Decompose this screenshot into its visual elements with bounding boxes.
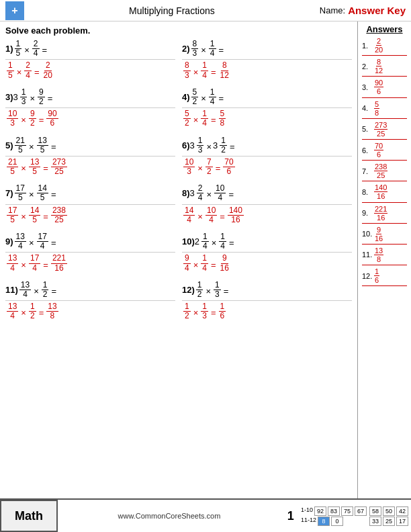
frac-1-5: 15: [15, 40, 22, 58]
name-section: Name: Answer Key: [320, 5, 406, 16]
answer-item-12: 12. 1 6: [362, 267, 407, 286]
answer-item-1: 1. 2 20: [362, 37, 407, 56]
problem-8-question: 8) 3 24 × 104 =: [182, 184, 352, 202]
math-label-box: Math: [0, 500, 58, 532]
problems-grid: 1) 15 × 24 = 15 × 24 = 220 2) 83: [5, 40, 352, 328]
problem-10: 10) 2 14 × 14 = 94 × 14 = 916: [182, 232, 352, 273]
problem-7-solution: 175 × 145 = 23825: [5, 204, 175, 224]
answer-key-label: Answer Key: [348, 5, 406, 16]
problem-8: 8) 3 24 × 104 = 144 × 104 = 14016: [182, 184, 352, 224]
answer-item-10: 10. 9 16: [362, 226, 407, 245]
footer-extra-stats: 58 50 42 33 25 17: [369, 500, 411, 532]
problem-1: 1) 15 × 24 = 15 × 24 = 220: [5, 40, 175, 80]
footer-page-number: 1: [281, 500, 301, 532]
problem-12: 12) 12 × 13 = 12 × 13 = 16: [182, 281, 352, 321]
page-title: Multiplying Fractions: [24, 5, 320, 16]
logo-icon: +: [5, 1, 24, 20]
problem-12-solution: 12 × 13 = 16: [182, 300, 352, 320]
answers-title: Answers: [362, 24, 407, 34]
footer-url: www.CommonCoreSheets.com: [58, 500, 281, 532]
problem-1-solution: 15 × 24 = 220: [5, 59, 175, 79]
problem-3: 3) 3 13 × 92 = 103 × 92 = 906: [5, 88, 175, 128]
problem-12-question: 12) 12 × 13 =: [182, 281, 352, 299]
problem-6-question: 6) 3 13 × 3 12 =: [182, 136, 352, 154]
problem-9-solution: 134 × 174 = 22116: [5, 252, 175, 272]
problem-11-question: 11) 134 × 12 =: [5, 281, 175, 299]
footer-stats: 1-10 92 83 75 67 11-12 8 0: [301, 500, 369, 532]
answer-item-9: 9. 221 16: [362, 205, 407, 224]
answer-item-3: 3. 90 6: [362, 79, 407, 97]
problem-9: 9) 134 × 174 = 134 × 174 = 22116: [5, 232, 175, 273]
problem-4-solution: 52 × 14 = 58: [182, 107, 352, 128]
frac-2-4: 24: [32, 40, 40, 58]
main-content: Solve each problem. 1) 15 × 24 = 15 × 24…: [0, 21, 411, 498]
problem-3-question: 3) 3 13 × 92 =: [5, 88, 175, 106]
problem-3-solution: 103 × 92 = 906: [5, 107, 175, 128]
problem-10-question: 10) 2 14 × 14 =: [182, 232, 352, 251]
problem-6-solution: 103 × 72 = 706: [182, 156, 352, 176]
problem-5: 5) 215 × 135 = 215 × 135 = 27325: [5, 136, 175, 177]
problem-4-question: 4) 52 × 14 =: [182, 88, 352, 106]
math-label: Math: [15, 509, 43, 523]
answer-item-4: 4. 5 8: [362, 100, 407, 119]
answers-list: 1. 2 20 2. 8 12 3. 90 6 4. 5 8 5. 273 25…: [362, 37, 407, 286]
answer-item-5: 5. 273 25: [362, 121, 407, 140]
answer-item-11: 11. 13 8: [362, 247, 407, 265]
stats-row-1: 1-10 92 83 75 67: [301, 506, 367, 516]
problem-2-solution: 83 × 14 = 812: [182, 59, 352, 79]
problem-5-solution: 215 × 135 = 27325: [5, 156, 175, 176]
problem-7: 7) 175 × 145 = 175 × 145 = 23825: [5, 184, 175, 224]
problem-5-question: 5) 215 × 135 =: [5, 136, 175, 154]
answer-item-8: 8. 140 16: [362, 183, 407, 202]
problem-11-solution: 134 × 12 = 138: [5, 300, 175, 320]
problem-11: 11) 134 × 12 = 134 × 12 = 138: [5, 281, 175, 321]
page-footer: Math www.CommonCoreSheets.com 1 1-10 92 …: [0, 498, 411, 532]
answer-item-7: 7. 238 25: [362, 163, 407, 181]
problem-7-question: 7) 175 × 145 =: [5, 184, 175, 202]
stats-row-2: 11-12 8 0: [301, 517, 367, 526]
answer-item-2: 2. 8 12: [362, 58, 407, 77]
problem-2-question: 2) 83 × 14 =: [182, 40, 352, 58]
answer-column: Answers 1. 2 20 2. 8 12 3. 90 6 4. 5 8 5…: [357, 21, 411, 498]
problem-2: 2) 83 × 14 = 83 × 14 = 812: [182, 40, 352, 80]
problems-area: Solve each problem. 1) 15 × 24 = 15 × 24…: [0, 21, 357, 498]
answer-item-6: 6. 70 6: [362, 142, 407, 161]
problem-10-solution: 94 × 14 = 916: [182, 252, 352, 272]
page-header: + Multiplying Fractions Name: Answer Key: [0, 0, 411, 21]
problem-4: 4) 52 × 14 = 52 × 14 = 58: [182, 88, 352, 128]
problem-9-question: 9) 134 × 174 =: [5, 232, 175, 251]
problem-6: 6) 3 13 × 3 12 = 103 × 72 = 706: [182, 136, 352, 177]
problem-8-solution: 144 × 104 = 14016: [182, 204, 352, 224]
problem-1-question: 1) 15 × 24 =: [5, 40, 175, 58]
instruction: Solve each problem.: [5, 26, 352, 36]
